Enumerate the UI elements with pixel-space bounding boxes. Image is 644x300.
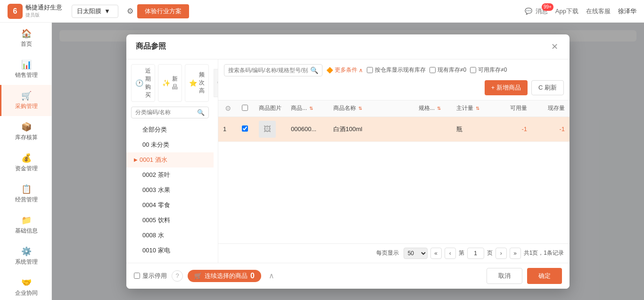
sidebar-item-7[interactable]: ⚙️系统管理: [0, 241, 51, 272]
last-page-button[interactable]: »: [510, 248, 521, 259]
category-item-6[interactable]: 0005 饮料: [126, 213, 214, 228]
help-icon[interactable]: ?: [172, 270, 183, 282]
display-disabled-label: 显示停用: [142, 272, 167, 280]
category-search-icon[interactable]: 🔍: [197, 109, 205, 116]
sidebar-item-8[interactable]: 🤝企业协同: [0, 272, 51, 300]
experience-button[interactable]: 体验行业方案: [137, 4, 189, 18]
sidebar-item-0[interactable]: 🏠首页: [0, 23, 51, 54]
modal-overlay: 商品参照 ✕ 🕐 近期购买: [52, 23, 644, 300]
search-input[interactable]: [228, 67, 308, 74]
cat-label-6: 0005 饮料: [142, 216, 170, 225]
left-panel-collapse-btn[interactable]: 《: [214, 69, 218, 97]
first-page-button[interactable]: «: [430, 248, 442, 259]
sort-icon-name: ⇅: [358, 106, 362, 111]
col-unit-header: 主计量 ⇅: [452, 100, 489, 117]
sidebar-label-3: 库存核算: [15, 133, 38, 142]
recent-buy-btn[interactable]: 🕐 近期购买: [131, 64, 155, 102]
category-item-3[interactable]: 0002 茶叶: [126, 167, 214, 183]
page-prefix-label: 第: [459, 249, 464, 257]
freq-high-btn[interactable]: ⭐ 频次高: [185, 64, 209, 102]
logo-icon: 6: [8, 4, 23, 19]
sidebar-item-1[interactable]: 📊销售管理: [0, 54, 51, 85]
collapse-footer-icon[interactable]: ∧: [269, 271, 274, 280]
category-item-8[interactable]: 0010 家电: [126, 243, 214, 258]
sidebar-label-2: 采购管理: [15, 102, 38, 110]
sidebar-item-6[interactable]: 📁基础信息: [0, 209, 51, 241]
cell-code-0: 000600...: [286, 117, 329, 142]
cell-cb-0[interactable]: [237, 117, 254, 142]
table-head: ⚙ 商品图片 商品... ⇅ 商品名称 ⇅ 规格... ⇅: [218, 100, 570, 117]
filter-icon: 🔶: [326, 67, 333, 74]
online-service[interactable]: 在线客服: [586, 7, 611, 16]
main-layout: 🏠首页📊销售管理🛒采购管理📦库存核算💰资金管理📋经营管理📁基础信息⚙️系统管理🤝…: [0, 23, 644, 300]
select-all-checkbox[interactable]: [242, 105, 248, 111]
nav-selector[interactable]: 日太阳膜 ▼: [72, 5, 118, 18]
refresh-button[interactable]: C 刷新: [531, 80, 564, 95]
recent-buy-label: 近期购买: [145, 67, 151, 99]
logo-sub: 捷员版: [25, 12, 62, 18]
category-item-7[interactable]: 0008 水: [126, 228, 214, 243]
cart-icon: 🛒: [194, 272, 202, 279]
filter-label: 更多条件: [335, 66, 357, 74]
category-search-input[interactable]: [135, 109, 195, 116]
right-panel: 🔍 🔶 更多条件 ∧ 按仓库显示现有库存: [218, 59, 570, 263]
cell-stock-0: -1: [532, 117, 570, 142]
sidebar-label-7: 系统管理: [15, 258, 38, 266]
sidebar-item-4[interactable]: 💰资金管理: [0, 147, 51, 178]
cell-name-0: 白酒100ml: [329, 117, 414, 142]
search-icon[interactable]: 🔍: [310, 67, 318, 74]
checkbox-warehouse-input[interactable]: [367, 67, 373, 73]
sidebar-label-5: 经营管理: [15, 196, 38, 204]
add-product-button[interactable]: + 新增商品: [485, 80, 528, 95]
cart-area[interactable]: 🛒 连续选择的商品 0: [188, 270, 261, 282]
table-row[interactable]: 1 🖼 000600... 白酒100ml 瓶 -1 -1: [218, 117, 570, 142]
cancel-button[interactable]: 取消: [487, 268, 522, 284]
display-disabled-checkbox[interactable]: 显示停用: [134, 272, 167, 280]
confirm-button[interactable]: 确定: [527, 268, 562, 284]
checkbox-warehouse-label: 按仓库显示现有库存: [375, 66, 426, 74]
filter-button[interactable]: 🔶 更多条件 ∧: [326, 66, 363, 74]
gear-icon[interactable]: ⚙: [127, 7, 133, 16]
cat-arrow-icon: ▶: [134, 157, 138, 162]
app-download[interactable]: App下载: [555, 7, 578, 16]
new-items-label: 新品: [172, 75, 178, 91]
category-item-4[interactable]: 0003 水果: [126, 183, 214, 198]
sidebar-item-2[interactable]: 🛒采购管理: [0, 85, 51, 116]
messages-area[interactable]: 💬 99+ 消息: [525, 7, 548, 16]
per-page-select[interactable]: 50 10 20 100: [404, 248, 428, 259]
cat-label-2: 0001 酒水: [140, 156, 167, 164]
modal-close-button[interactable]: ✕: [549, 41, 560, 52]
checkbox-avail-ne0-label: 可用库存≠0: [478, 66, 507, 74]
page-number-input[interactable]: [467, 248, 484, 259]
user-name[interactable]: 徐泽华: [618, 7, 636, 16]
checkbox-stock-ne0-input[interactable]: [429, 67, 436, 73]
toolbar-right: + 新增商品 C 刷新: [485, 80, 564, 95]
category-item-2[interactable]: ▶0001 酒水: [126, 152, 214, 167]
search-box: 🔍: [224, 64, 322, 76]
row-checkbox-0[interactable]: [242, 125, 248, 132]
checkbox-warehouse[interactable]: 按仓库显示现有库存: [367, 66, 426, 74]
category-item-1[interactable]: 00 未分类: [126, 137, 214, 152]
cart-label: 连续选择的商品: [205, 272, 248, 280]
new-items-btn[interactable]: ✨ 新品: [158, 64, 182, 102]
logo-area: 6 畅捷通好生意 捷员版: [8, 4, 62, 19]
table-body: 1 🖼 000600... 白酒100ml 瓶 -1 -1: [218, 117, 570, 142]
prev-page-button[interactable]: ‹: [445, 248, 456, 259]
sidebar-item-5[interactable]: 📋经营管理: [0, 178, 51, 209]
logo-text: 畅捷通好生意: [25, 4, 62, 12]
display-disabled-input[interactable]: [134, 273, 140, 279]
category-search[interactable]: 🔍: [131, 107, 209, 118]
table-wrap: ⚙ 商品图片 商品... ⇅ 商品名称 ⇅ 规格... ⇅: [218, 100, 570, 243]
category-item-0[interactable]: 全部分类: [126, 122, 214, 137]
sidebar-label-0: 首页: [21, 40, 32, 48]
next-page-button[interactable]: ›: [495, 248, 507, 259]
col-checkbox: [237, 100, 254, 117]
checkbox-avail-ne0-input[interactable]: [470, 67, 476, 73]
col-name-header: 商品名称 ⇅: [329, 100, 414, 117]
checkbox-stock-ne0[interactable]: 现有库存≠0: [429, 66, 466, 74]
category-item-5[interactable]: 0004 零食: [126, 198, 214, 213]
col-settings: ⚙: [218, 100, 237, 117]
sidebar-item-3[interactable]: 📦库存核算: [0, 116, 51, 147]
checkbox-avail-ne0[interactable]: 可用库存≠0: [470, 66, 507, 74]
table-settings-icon[interactable]: ⚙: [225, 104, 231, 112]
